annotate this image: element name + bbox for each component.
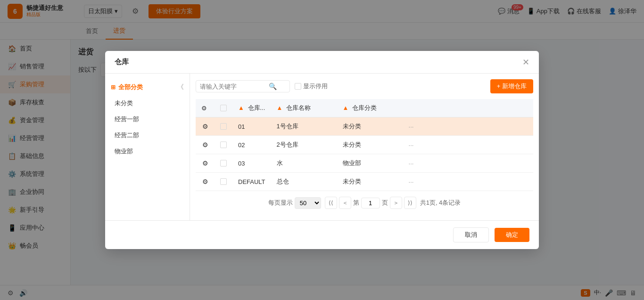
category-item-ops1[interactable]: 经营一部 [105,111,190,127]
search-input[interactable] [200,83,266,90]
per-page-select[interactable]: 50 100 200 [295,197,321,209]
table-container: ⚙ ▲ 仓库... ▲ [196,99,533,191]
category-item-unclassified[interactable]: 未分类 [105,95,190,111]
total-info: 共1页, 4条记录 [420,199,461,207]
page-number-input[interactable] [361,198,380,208]
row-name: 1号仓库 [271,117,337,136]
row-category: 物业部 [337,154,403,173]
col-checkbox [215,99,232,117]
modal-body: ⊞ 全部分类 《 未分类 经营一部 经营二部 物业部 [105,74,539,220]
row-code: 01 [232,117,271,136]
collapse-button[interactable]: 《 [177,83,184,92]
row-gear: ⚙ [196,154,215,173]
modal-header: 仓库 ✕ [105,51,539,74]
table-row[interactable]: ⚙ DEFAULT 总仓 未分类 ··· [196,173,533,191]
col-code[interactable]: ▲ 仓库... [232,99,271,117]
row-code: DEFAULT [232,173,271,191]
gear-col-icon: ⚙ [201,105,207,112]
table-toolbar: 🔍 显示停用 + 新增仓库 [196,79,533,93]
sort-icon2: ▲ [277,104,283,111]
modal-overlay: 仓库 ✕ ⊞ 全部分类 《 未分类 经营一部 [0,0,644,300]
category-panel: ⊞ 全部分类 《 未分类 经营一部 经营二部 物业部 [105,74,190,220]
row-category: 未分类 [337,136,403,154]
table-row[interactable]: ⚙ 01 1号仓库 未分类 ··· [196,117,533,136]
row-checkbox[interactable] [220,142,227,148]
new-warehouse-button[interactable]: + 新增仓库 [490,79,533,93]
row-category: 未分类 [337,173,403,191]
warehouse-table: ⚙ ▲ 仓库... ▲ [196,99,533,191]
row-checkbox[interactable] [220,123,227,130]
search-box: 🔍 [196,80,290,92]
table-panel: 🔍 显示停用 + 新增仓库 ⚙ [190,74,539,220]
row-code: 02 [232,136,271,154]
row-category: 未分类 [337,117,403,136]
warehouse-modal: 仓库 ✕ ⊞ 全部分类 《 未分类 经营一部 [105,51,539,249]
row-name: 2号仓库 [271,136,337,154]
row-name: 水 [271,154,337,173]
cancel-button[interactable]: 取消 [453,227,489,242]
col-name[interactable]: ▲ 仓库名称 [271,99,337,117]
row-more-button[interactable]: ··· [409,160,414,167]
search-icon[interactable]: 🔍 [269,83,277,90]
row-code: 03 [232,154,271,173]
row-more-button[interactable]: ··· [409,123,414,130]
row-more-button[interactable]: ··· [409,178,414,185]
pagination: 每页显示 50 100 200 ⟨⟨ ＜ 第 页 ＞ [196,191,533,215]
per-page-selector: 每页显示 50 100 200 [268,197,321,209]
modal-footer: 取消 确定 [105,220,539,249]
sort-icon3: ▲ [343,104,349,111]
row-gear: ⚙ [196,136,215,154]
first-page-button[interactable]: ⟨⟨ [325,197,337,209]
row-checkbox[interactable] [220,160,227,167]
page-navigation: ⟨⟨ ＜ 第 页 ＞ ⟩⟩ [325,197,416,209]
category-header: ⊞ 全部分类 《 [105,79,190,95]
modal-title: 仓库 [115,58,129,67]
show-disabled-toggle[interactable]: 显示停用 [295,82,328,91]
col-category[interactable]: ▲ 仓库分类 [337,99,403,117]
sort-icon: ▲ [238,104,244,111]
next-page-button[interactable]: ＞ [390,197,402,209]
col-gear: ⚙ [196,99,215,117]
confirm-button[interactable]: 确定 [495,228,529,242]
col-actions [403,99,533,117]
modal-close-button[interactable]: ✕ [522,58,529,67]
category-item-property[interactable]: 物业部 [105,143,190,159]
show-disabled-checkbox[interactable] [295,83,301,90]
row-name: 总仓 [271,173,337,191]
category-item-ops2[interactable]: 经营二部 [105,127,190,143]
all-categories-button[interactable]: ⊞ 全部分类 [111,83,143,92]
row-gear: ⚙ [196,173,215,191]
table-body: ⚙ 01 1号仓库 未分类 ··· ⚙ 02 2 [196,117,533,191]
select-all-checkbox[interactable] [220,105,227,111]
row-more-button[interactable]: ··· [409,142,414,149]
last-page-button[interactable]: ⟩⟩ [404,197,416,209]
prev-page-button[interactable]: ＜ [339,197,351,209]
row-gear: ⚙ [196,117,215,136]
table-row[interactable]: ⚙ 02 2号仓库 未分类 ··· [196,136,533,154]
table-head: ⚙ ▲ 仓库... ▲ [196,99,533,117]
table-header-row: ⚙ ▲ 仓库... ▲ [196,99,533,117]
table-row[interactable]: ⚙ 03 水 物业部 ··· [196,154,533,173]
row-checkbox[interactable] [220,178,227,185]
grid-icon: ⊞ [111,84,116,91]
